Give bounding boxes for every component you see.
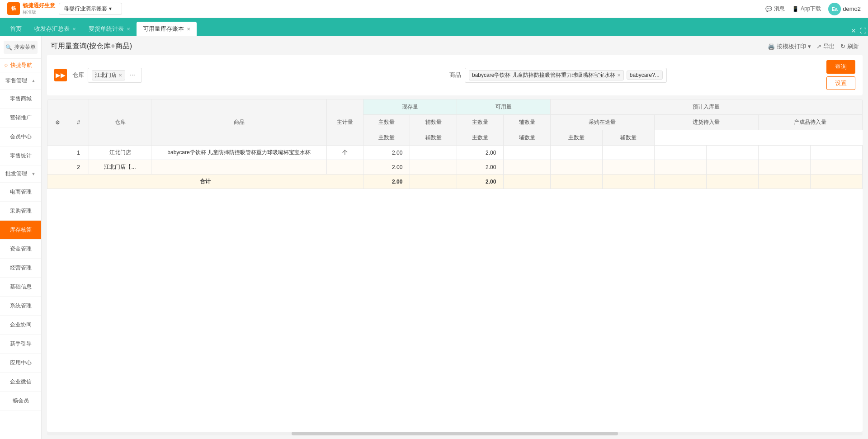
footer-avail-aux [504,175,551,189]
sidebar-item-retail-mall[interactable]: 零售商城 [0,90,41,109]
sidebar-item-member[interactable]: 会员中心 [0,127,41,146]
sidebar-operations-label: 经营管理 [10,264,32,272]
horizontal-scrollbar[interactable] [47,432,863,435]
quick-nav-button[interactable]: ☆ 快捷导航 [0,59,41,72]
footer-label: 合计 [47,175,363,189]
cell-avail-aux-1 [504,146,551,160]
page-header: 可用量查询(按仓库+商品) 🖨️ 按模板打印 ▾ ↗ 导出 ↻ 刷新 [42,36,868,55]
industry-selector[interactable]: 母婴行业演示账套 ▾ [59,3,122,15]
sidebar-item-enterprise[interactable]: 企业协同 [0,316,41,335]
th-unit: 主计量 [327,99,363,146]
export-label: 导出 [823,42,835,51]
sidebar-inventory-label: 库存核算 [10,226,32,234]
industry-label: 母婴行业演示账套 [64,5,107,13]
cell-current-main-1: 2.00 [363,146,410,160]
th-settings[interactable]: ⚙ [47,99,68,146]
th-index: # [68,99,89,146]
sidebar-item-ecommerce[interactable]: 电商管理 [0,183,41,202]
chevron-print-icon: ▾ [808,43,811,50]
sidebar-item-finance[interactable]: 资金管理 [0,240,41,259]
commodity-label: 商品 [449,71,461,79]
query-button[interactable]: 查询 [826,60,855,74]
close-all-tabs[interactable]: ✕ ⛶ [851,27,866,36]
chevron-icon: ▲ [31,78,36,83]
th-prod-aux: 辅数量 [602,130,654,146]
cell-settings-2 [47,160,68,175]
sidebar-wholesale-label: 批发管理 [5,170,27,178]
logo-icon: 畅 [7,2,20,15]
commodity-tag-2-text: babycare?... [630,72,660,78]
top-bar-left: 畅 畅捷通好生意 标准版 母婴行业演示账套 ▾ [7,2,122,15]
sidebar-item-basic[interactable]: 基础信息 [0,278,41,297]
cell-avail-main-1: 2.00 [457,146,504,160]
th-imp-main: 主数量 [457,130,504,146]
sidebar-appstore-label: 应用中心 [10,359,32,367]
th-commodity: 商品 [151,99,327,146]
print-action[interactable]: 🖨️ 按模板打印 ▾ [768,42,811,51]
tab-home[interactable]: 首页 [4,22,28,36]
message-action[interactable]: 💬 消息 [765,5,785,13]
content-area: 可用量查询(按仓库+商品) 🖨️ 按模板打印 ▾ ↗ 导出 ↻ 刷新 ▶▶ [42,36,868,439]
search-menu-button[interactable]: 🔍 搜索菜单 [4,41,38,54]
tab-receipts-label: 收发存汇总表 [34,25,70,33]
logo-text-block: 畅捷通好生意 标准版 [23,2,55,15]
cell-imp-main-2 [654,160,706,175]
search-menu-label: 搜索菜单 [14,43,36,51]
expand-button[interactable]: ▶▶ [54,69,67,81]
sidebar-item-system[interactable]: 系统管理 [0,297,41,316]
th-current-stock: 现存量 [363,99,457,115]
tab-available-close[interactable]: ✕ [187,27,190,32]
avatar: Ea [828,3,841,15]
print-label: 按模板打印 [777,42,806,51]
setting-button[interactable]: 设置 [826,76,855,90]
table-row-subtotal: 2 江北门店【... 2.00 2.00 [47,160,863,175]
tab-orders[interactable]: 要货单统计表 ✕ [82,22,137,36]
sidebar-basic-label: 基础信息 [10,283,32,291]
top-bar: 畅 畅捷通好生意 标准版 母婴行业演示账套 ▾ 💬 消息 📱 App下载 Ea … [0,0,868,18]
commodity-tag-1-close[interactable]: ✕ [617,73,621,78]
sidebar-item-appstore[interactable]: 应用中心 [0,354,41,373]
sidebar-item-operations[interactable]: 经营管理 [0,259,41,278]
th-purch-main: 主数量 [363,130,410,146]
appdownload-action[interactable]: 📱 App下载 [792,5,821,13]
warehouse-label: 仓库 [72,71,84,79]
sidebar-item-inventory[interactable]: 库存核算 [0,221,41,240]
th-production-pending: 产成品待入量 [758,115,862,130]
warehouse-more-icon[interactable]: ··· [128,71,137,79]
footer-imp-main [654,175,706,189]
sidebar-guide-label: 新手引导 [10,340,32,348]
tab-orders-close[interactable]: ✕ [127,27,130,32]
th-avail-main: 主数量 [457,115,504,130]
refresh-action[interactable]: ↻ 刷新 [840,42,859,51]
tab-receipts-close[interactable]: ✕ [72,27,76,32]
sidebar-item-retail-mgmt[interactable]: 零售管理 ▲ [0,72,41,90]
sidebar-item-marketing[interactable]: 营销推广 [0,109,41,127]
tab-available[interactable]: 可用量库存账本 ✕ [137,22,197,36]
scrollbar-thumb[interactable] [292,432,618,435]
table-container: ⚙ # 仓库 商品 主计量 现存量 可用量 预计入库量 主数量 辅数量 主数量 … [47,99,863,432]
sidebar-item-guide[interactable]: 新手引导 [0,335,41,354]
sidebar-marketing-label: 营销推广 [10,114,32,122]
warehouse-input[interactable]: 江北门店 ✕ ··· [88,68,142,83]
sidebar-item-purchase[interactable]: 采购管理 [0,202,41,221]
cell-imp-aux-1 [706,146,758,160]
chevron-down-icon: ▾ [109,5,112,12]
table-footer-row: 合计 2.00 2.00 [47,175,863,189]
sidebar-item-retail-stats[interactable]: 零售统计 [0,146,41,165]
sidebar-item-member2[interactable]: 畅会员 [0,392,41,411]
warehouse-tag-close[interactable]: ✕ [118,73,122,78]
tab-receipts[interactable]: 收发存汇总表 ✕ [28,22,82,36]
sidebar-member2-label: 畅会员 [13,397,29,405]
export-action[interactable]: ↗ 导出 [816,42,835,51]
sidebar-item-wecom[interactable]: 企业微信 [0,373,41,392]
cell-settings-1 [47,146,68,160]
cell-current-aux-2 [410,160,457,175]
th-avail-aux: 辅数量 [504,115,551,130]
tab-orders-label: 要货单统计表 [89,25,124,33]
th-warehouse: 仓库 [89,99,151,146]
cell-purch-aux-2 [602,160,654,175]
commodity-input[interactable]: babycare学饮杯 儿童防摔防撞吸管杯重力球吸嘴杯宝宝水杯 ✕ babyca… [465,68,667,83]
user-area[interactable]: Ea demo2 [828,3,861,15]
sidebar-item-wholesale-mgmt[interactable]: 批发管理 ▼ [0,165,41,183]
tab-available-label: 可用量库存账本 [143,25,184,33]
